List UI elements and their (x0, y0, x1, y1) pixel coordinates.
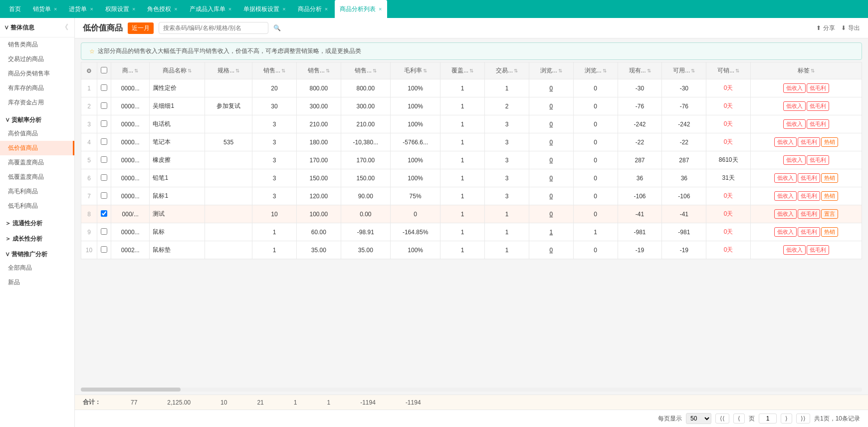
browse1-val[interactable]: 0 (550, 175, 553, 182)
nav-item-purchase[interactable]: 进货单 × (64, 0, 98, 18)
next-page-btn[interactable]: ⟩ (781, 414, 792, 424)
page-size-select[interactable]: 50 100 200 (686, 413, 711, 424)
nav-item-product-analysis[interactable]: 商品分析 × (293, 0, 333, 18)
browse1-val[interactable]: 0 (550, 211, 553, 218)
row-checkbox[interactable] (101, 192, 107, 199)
sidebar-item-sales-goods[interactable]: 销售类商品 (0, 37, 74, 52)
cell-checkbox[interactable] (97, 205, 111, 223)
horizontal-scrollbar[interactable] (81, 388, 862, 392)
cell-gear[interactable]: 5 (81, 151, 97, 169)
close-icon[interactable]: × (228, 6, 231, 12)
browse1-val[interactable]: 0 (550, 139, 553, 146)
first-page-btn[interactable]: ⟨⟨ (715, 414, 729, 424)
col-coverage[interactable]: 覆盖...⇅ (440, 62, 485, 79)
nav-item-analysis-list[interactable]: 商品分析列表 × (335, 0, 387, 18)
search-input[interactable] (159, 22, 268, 34)
cell-checkbox[interactable] (97, 187, 111, 205)
row-checkbox[interactable] (101, 84, 107, 91)
row-checkbox[interactable] (101, 174, 107, 181)
nav-item-sales[interactable]: 销货单 × (28, 0, 62, 18)
cell-checkbox[interactable] (97, 169, 111, 187)
cell-checkbox[interactable] (97, 79, 111, 97)
sidebar-item-low-coverage[interactable]: 低覆盖度商品 (0, 170, 74, 184)
sidebar-item-all-goods[interactable]: 全部商品 (0, 261, 74, 275)
nav-item-template[interactable]: 单据模板设置 × (238, 0, 290, 18)
sidebar-item-traded-goods[interactable]: 交易过的商品 (0, 52, 74, 66)
cell-gear[interactable]: 9 (81, 223, 97, 241)
cell-checkbox[interactable] (97, 223, 111, 241)
col-sales-price[interactable]: 销售...⇅ (296, 62, 341, 79)
cell-browse1[interactable]: 0 (529, 97, 573, 115)
cell-checkbox[interactable] (97, 151, 111, 169)
cell-checkbox[interactable] (97, 115, 111, 133)
nav-item-home[interactable]: 首页 (4, 0, 26, 18)
cell-checkbox[interactable] (97, 97, 111, 115)
sidebar-item-high-coverage[interactable]: 高覆盖度商品 (0, 155, 74, 170)
col-code[interactable]: 商...⇅ (111, 62, 150, 79)
col-spec[interactable]: 规格...⇅ (205, 62, 252, 79)
row-checkbox[interactable] (101, 156, 107, 163)
row-checkbox[interactable] (101, 102, 107, 109)
cell-gear[interactable]: 1 (81, 79, 97, 97)
cell-gear[interactable]: 7 (81, 187, 97, 205)
cell-checkbox[interactable] (97, 133, 111, 151)
cell-checkbox[interactable] (97, 241, 111, 259)
browse1-val[interactable]: 0 (550, 103, 553, 110)
cell-browse1[interactable]: 0 (529, 115, 573, 133)
share-btn[interactable]: ⬆ 分享 (816, 24, 835, 32)
col-available[interactable]: 可用...⇅ (662, 62, 706, 79)
close-icon[interactable]: × (174, 6, 177, 12)
cell-gear[interactable]: 3 (81, 115, 97, 133)
cell-gear[interactable]: 8 (81, 205, 97, 223)
nav-item-role[interactable]: 角色授权 × (142, 0, 182, 18)
nav-item-product-in[interactable]: 产成品入库单 × (185, 0, 236, 18)
sidebar-item-high-value[interactable]: 高价值商品 (0, 126, 74, 141)
sidebar-item-high-margin[interactable]: 高毛利商品 (0, 184, 74, 199)
col-sales-cost[interactable]: 销售...⇅ (341, 62, 390, 79)
browse1-val[interactable]: 1 (550, 229, 553, 236)
prev-page-btn[interactable]: ⟨ (733, 414, 745, 424)
close-icon[interactable]: × (54, 6, 57, 12)
col-transaction[interactable]: 交易...⇅ (485, 62, 529, 79)
cell-gear[interactable]: 10 (81, 241, 97, 259)
export-btn[interactable]: ⬇ 导出 (841, 24, 860, 32)
sidebar-item-stock-goods[interactable]: 有库存的商品 (0, 81, 74, 95)
sidebar-group-title-flow[interactable]: ＞ 流通性分析 (0, 215, 74, 230)
select-all-checkbox[interactable] (101, 67, 107, 73)
sidebar-item-low-value[interactable]: 低价值商品 (0, 141, 74, 155)
last-page-btn[interactable]: ⟩⟩ (796, 414, 810, 424)
col-sales-qty[interactable]: 销售...⇅ (252, 62, 297, 79)
cell-gear[interactable]: 2 (81, 97, 97, 115)
row-checkbox[interactable] (101, 246, 107, 253)
row-checkbox[interactable] (101, 120, 107, 127)
sidebar-item-low-margin[interactable]: 低毛利商品 (0, 199, 74, 213)
row-checkbox[interactable] (101, 210, 107, 217)
row-checkbox[interactable] (101, 138, 107, 145)
cell-gear[interactable]: 4 (81, 133, 97, 151)
close-icon[interactable]: × (90, 6, 93, 12)
close-icon[interactable]: × (379, 6, 382, 12)
cell-browse1[interactable]: 0 (529, 241, 573, 259)
sidebar-item-stock-capital[interactable]: 库存资金占用 (0, 95, 74, 110)
cell-browse1[interactable]: 1 (529, 223, 573, 241)
cell-browse1[interactable]: 0 (529, 79, 573, 97)
browse1-val[interactable]: 0 (550, 85, 553, 92)
col-tags[interactable]: 标签⇅ (751, 62, 862, 79)
col-gross-margin[interactable]: 毛利率⇅ (390, 62, 440, 79)
col-current-stock[interactable]: 现有...⇅ (618, 62, 662, 79)
browse1-val[interactable]: 0 (550, 157, 553, 164)
row-checkbox[interactable] (101, 228, 107, 235)
col-gear[interactable]: ⚙ (81, 62, 97, 79)
sidebar-group-title-growth[interactable]: ＞ 成长性分析 (0, 231, 74, 245)
sidebar-item-category-sales[interactable]: 商品分类销售率 (0, 66, 74, 81)
cell-browse1[interactable]: 0 (529, 187, 573, 205)
col-browse1[interactable]: 浏览...⇅ (529, 62, 573, 79)
cell-browse1[interactable]: 0 (529, 133, 573, 151)
cell-browse1[interactable]: 0 (529, 205, 573, 223)
cell-browse1[interactable]: 0 (529, 169, 573, 187)
cell-browse1[interactable]: 0 (529, 151, 573, 169)
sidebar-collapse-btn[interactable]: 《 (59, 21, 70, 34)
col-browse2[interactable]: 浏览...⇅ (573, 62, 618, 79)
close-icon[interactable]: × (282, 6, 285, 12)
filter-recent-month-btn[interactable]: 近一月 (128, 22, 154, 34)
